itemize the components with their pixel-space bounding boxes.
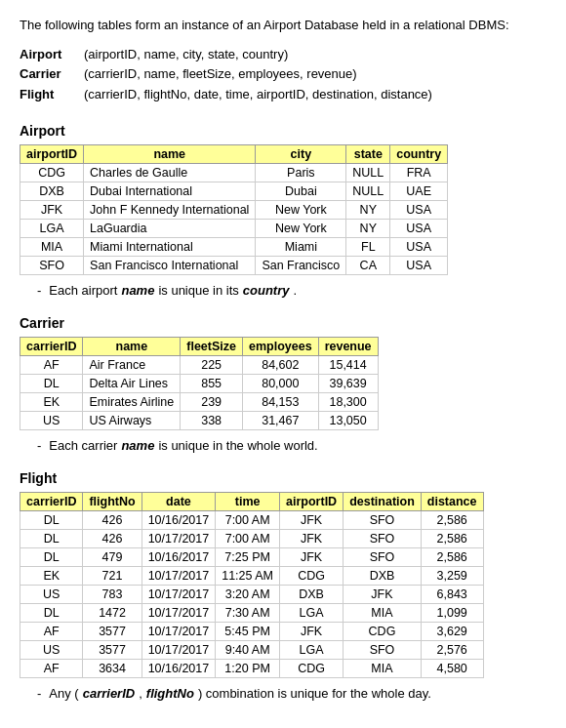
airport-cell: Dubai xyxy=(256,182,346,200)
airport-cell: NULL xyxy=(346,182,390,200)
airport-cell: UAE xyxy=(390,182,448,200)
flight-cell: 2,586 xyxy=(421,529,483,547)
flight-cell: DL xyxy=(20,547,83,566)
carrier-cell: DL xyxy=(20,374,83,392)
flight-cell: DXB xyxy=(280,585,344,603)
flight-col-flightno: flightNo xyxy=(83,492,142,510)
carrier-title: Carrier xyxy=(20,315,546,331)
flight-cell: 3:20 AM xyxy=(216,585,280,603)
flight-data-row: DL147210/17/20177:30 AMLGAMIA1,099 xyxy=(20,603,484,622)
flight-cell: 10/17/2017 xyxy=(142,585,216,603)
flight-note: Any (carrierID, flightNo) combination is… xyxy=(37,686,546,701)
flight-col-date: date xyxy=(142,492,216,510)
airport-cell: LGA xyxy=(20,219,84,237)
schema-value-carrier: (carrierID, name, fleetSize, employees, … xyxy=(84,64,357,85)
airport-note-em: name xyxy=(121,283,154,298)
airport-col-name: name xyxy=(84,144,256,163)
flight-data-row: EK72110/17/201711:25 AMCDGDXB3,259 xyxy=(20,566,484,585)
carrier-note: Each carrier name is unique in the whole… xyxy=(37,438,546,453)
flight-cell: US xyxy=(20,585,83,603)
flight-cell: 426 xyxy=(83,529,142,547)
flight-cell: 10/17/2017 xyxy=(142,622,216,640)
schema-row-carrier: Carrier (carrierID, name, fleetSize, emp… xyxy=(20,64,546,85)
airport-cell: SFO xyxy=(20,256,84,274)
flight-cell: 1472 xyxy=(83,603,142,622)
carrier-col-fleetsize: fleetSize xyxy=(181,337,243,355)
carrier-cell: 13,050 xyxy=(318,411,378,429)
flight-cell: 3,629 xyxy=(421,622,483,640)
carrier-col-employees: employees xyxy=(243,337,319,355)
airport-title: Airport xyxy=(20,123,546,139)
flight-cell: JFK xyxy=(280,622,344,640)
carrier-data-row: DLDelta Air Lines85580,00039,639 xyxy=(20,374,379,392)
airport-cell: San Francisco xyxy=(256,256,346,274)
flight-cell: 2,576 xyxy=(421,640,483,659)
schema-value-flight: (carrierID, flightNo, date, time, airpor… xyxy=(84,85,432,105)
flight-cell: DL xyxy=(20,510,83,529)
flight-cell: MIA xyxy=(344,659,422,677)
airport-cell: John F Kennedy International xyxy=(84,200,256,219)
schema-value-airport: (airportID, name, city, state, country) xyxy=(84,45,288,65)
schema-key-airport: Airport xyxy=(20,45,78,65)
flight-col-time: time xyxy=(216,492,280,510)
airport-cell: FRA xyxy=(390,163,448,182)
airport-cell: DXB xyxy=(20,182,84,200)
flight-cell: AF xyxy=(20,622,83,640)
flight-cell: 2,586 xyxy=(421,510,483,529)
airport-cell: USA xyxy=(390,200,448,219)
carrier-data-row: AFAir France22584,60215,414 xyxy=(20,355,379,374)
carrier-cell: US Airways xyxy=(83,411,181,429)
carrier-cell: 338 xyxy=(181,411,243,429)
flight-cell: 7:00 AM xyxy=(216,510,280,529)
flight-cell: 4,580 xyxy=(421,659,483,677)
flight-cell: 3634 xyxy=(83,659,142,677)
airport-col-country: country xyxy=(390,144,448,163)
flight-cell: US xyxy=(20,640,83,659)
airport-cell: Miami International xyxy=(84,237,256,256)
airport-data-row: LGALaGuardiaNew YorkNYUSA xyxy=(20,219,448,237)
flight-cell: SFO xyxy=(344,547,422,566)
airport-col-state: state xyxy=(346,144,390,163)
flight-cell: 7:00 AM xyxy=(216,529,280,547)
flight-cell: JFK xyxy=(280,510,344,529)
flight-cell: 5:45 PM xyxy=(216,622,280,640)
flight-cell: 9:40 AM xyxy=(216,640,280,659)
flight-cell: 6,843 xyxy=(421,585,483,603)
airport-cell: NY xyxy=(346,219,390,237)
carrier-cell: 18,300 xyxy=(318,392,378,411)
airport-cell: San Francisco International xyxy=(84,256,256,274)
flight-data-row: AF357710/17/20175:45 PMJFKCDG3,629 xyxy=(20,622,484,640)
airport-cell: LaGuardia xyxy=(84,219,256,237)
flight-cell: CDG xyxy=(280,659,344,677)
carrier-cell: 239 xyxy=(181,392,243,411)
carrier-cell: US xyxy=(20,411,83,429)
flight-data-row: AF363410/16/20171:20 PMCDGMIA4,580 xyxy=(20,659,484,677)
airport-data-row: MIAMiami InternationalMiamiFLUSA xyxy=(20,237,448,256)
flight-cell: DL xyxy=(20,603,83,622)
airport-cell: JFK xyxy=(20,200,84,219)
flight-cell: DXB xyxy=(344,566,422,585)
flight-cell: 1,099 xyxy=(421,603,483,622)
carrier-cell: 225 xyxy=(181,355,243,374)
flight-cell: MIA xyxy=(344,603,422,622)
airport-header-row: airportID name city state country xyxy=(20,144,448,163)
carrier-cell: 80,000 xyxy=(243,374,319,392)
flight-cell: 1:20 PM xyxy=(216,659,280,677)
flight-cell: 11:25 AM xyxy=(216,566,280,585)
flight-col-airportid: airportID xyxy=(280,492,344,510)
airport-cell: FL xyxy=(346,237,390,256)
flight-cell: 10/17/2017 xyxy=(142,603,216,622)
flight-data-row: DL42610/17/20177:00 AMJFKSFO2,586 xyxy=(20,529,484,547)
flight-cell: DL xyxy=(20,529,83,547)
flight-data-row: US357710/17/20179:40 AMLGASFO2,576 xyxy=(20,640,484,659)
flight-cell: 10/16/2017 xyxy=(142,547,216,566)
carrier-cell: AF xyxy=(20,355,83,374)
flight-cell: 10/17/2017 xyxy=(142,566,216,585)
airport-table: airportID name city state country CDGCha… xyxy=(20,144,448,275)
flight-cell: LGA xyxy=(280,640,344,659)
flight-cell: 3577 xyxy=(83,640,142,659)
flight-data-row: DL47910/16/20177:25 PMJFKSFO2,586 xyxy=(20,547,484,566)
flight-cell: SFO xyxy=(344,640,422,659)
flight-data-row: DL42610/16/20177:00 AMJFKSFO2,586 xyxy=(20,510,484,529)
flight-cell: 10/17/2017 xyxy=(142,640,216,659)
